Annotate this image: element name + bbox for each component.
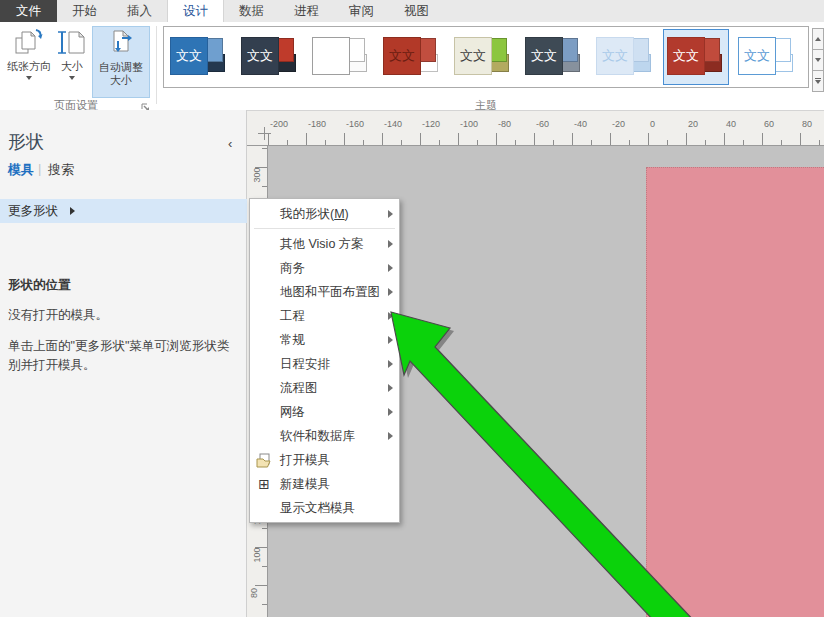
menu-item-label: 软件和数据库 — [280, 429, 355, 443]
ruler-label: 20 — [688, 119, 698, 129]
menu-item-label: 流程图 — [280, 381, 318, 395]
ribbon-tab-2[interactable]: 设计 — [167, 0, 224, 23]
ribbon-tab-0[interactable]: 开始 — [57, 0, 112, 22]
ribbon-tab-1[interactable]: 插入 — [112, 0, 167, 22]
shapes-location-title: 形状的位置 — [8, 277, 71, 294]
tab-search[interactable]: 搜索 — [48, 161, 74, 179]
ruler-label: -200 — [270, 119, 288, 129]
ruler-tick — [287, 140, 288, 145]
theme-sample-text: 文文 — [531, 47, 557, 65]
ribbon-tab-bar: 文件 开始插入设计数据进程审阅视图 — [0, 0, 824, 23]
ruler-label: 60 — [764, 119, 774, 129]
submenu-arrow-icon — [388, 288, 393, 296]
gallery-more-button[interactable] — [812, 70, 824, 92]
theme-thumbnail-8[interactable]: 文文 — [735, 30, 799, 84]
submenu-arrow-icon — [70, 207, 75, 215]
ruler-tick — [255, 585, 267, 586]
theme-sample-text: 文文 — [673, 47, 699, 65]
menu-item-6[interactable]: 日程安排 — [250, 352, 399, 376]
menu-item-label: 新建模具 — [280, 477, 330, 491]
ribbon-tab-3[interactable]: 数据 — [224, 0, 279, 22]
ribbon-tab-4[interactable]: 进程 — [279, 0, 334, 22]
theme-sample-text: 文文 — [744, 47, 770, 65]
submenu-arrow-icon — [388, 210, 393, 218]
submenu-arrow-icon — [388, 336, 393, 344]
theme-sample-text: 文文 — [176, 47, 202, 65]
menu-item-12[interactable]: 显示文档模具 — [250, 496, 399, 520]
ribbon-tab-6[interactable]: 视图 — [389, 0, 444, 22]
ruler-tick — [572, 133, 573, 145]
menu-item-11[interactable]: ⊞新建模具 — [250, 472, 399, 496]
ruler-label: -60 — [536, 119, 549, 129]
theme-thumbnail-5[interactable]: 文文 — [522, 30, 586, 84]
menu-item-label: 网络 — [280, 405, 305, 419]
ruler-tick — [667, 140, 668, 145]
ruler-tick — [262, 566, 267, 567]
paper-orientation-button[interactable]: 纸张方向 — [6, 26, 52, 98]
ruler-tick — [401, 140, 402, 145]
theme-thumbnail-2[interactable] — [309, 30, 373, 84]
ribbon-tab-label: 视图 — [404, 3, 429, 20]
ribbon-tab-label: 插入 — [127, 3, 152, 20]
theme-preview-square: 文文 — [383, 37, 421, 75]
ruler-tick — [325, 140, 326, 145]
ruler-tick — [515, 140, 516, 145]
ruler-tick — [439, 140, 440, 145]
file-tab[interactable]: 文件 — [0, 0, 57, 22]
menu-item-2[interactable]: 商务 — [250, 256, 399, 280]
theme-sample-text: 文文 — [602, 47, 628, 65]
menu-item-1[interactable]: 其他 Visio 方案 — [250, 232, 399, 256]
horizontal-ruler: -200-180-160-140-120-100-80-60-40-200204… — [247, 110, 824, 146]
ruler-label: 0 — [650, 119, 655, 129]
tab-stencils[interactable]: 模具 — [8, 161, 34, 179]
theme-thumbnail-6[interactable]: 文文 — [593, 30, 657, 84]
theme-thumbnail-3[interactable]: 文文 — [380, 30, 444, 84]
gallery-scroll-up-button[interactable] — [812, 28, 824, 50]
ruler-tick — [496, 133, 497, 145]
ruler-tick — [686, 133, 687, 145]
ruler-label: 300 — [252, 167, 262, 182]
menu-item-accelerator: M — [334, 207, 344, 221]
ruler-tick — [306, 133, 307, 145]
ruler-label: -180 — [308, 119, 326, 129]
menu-item-label: 打开模具 — [280, 453, 330, 467]
gallery-expand-icon — [815, 78, 821, 84]
menu-item-0[interactable]: 我的形状(M) — [250, 202, 399, 226]
gallery-scroll-down-button[interactable] — [812, 49, 824, 71]
chevron-down-icon — [69, 76, 75, 80]
ruler-label: -20 — [612, 119, 625, 129]
menu-item-5[interactable]: 常规 — [250, 328, 399, 352]
more-shapes-label: 更多形状 — [8, 203, 58, 220]
size-button[interactable]: 大小 — [55, 26, 89, 98]
submenu-arrow-icon — [388, 264, 393, 272]
menu-item-label: 工程 — [280, 309, 305, 323]
theme-preview-square: 文文 — [525, 37, 563, 75]
ruler-tick — [477, 140, 478, 145]
theme-thumbnail-0[interactable]: 文文 — [167, 30, 231, 84]
ruler-label: -140 — [384, 119, 402, 129]
submenu-arrow-icon — [388, 360, 393, 368]
triangle-down-icon — [815, 58, 821, 62]
more-shapes-item[interactable]: 更多形状 — [0, 199, 247, 223]
menu-item-label: 地图和平面布置图 — [280, 285, 380, 299]
menu-item-4[interactable]: 工程 — [250, 304, 399, 328]
ruler-label: -160 — [346, 119, 364, 129]
menu-item-8[interactable]: 网络 — [250, 400, 399, 424]
menu-item-label: 其他 Visio 方案 — [280, 237, 364, 251]
ribbon-group-separator — [156, 26, 157, 104]
collapse-panel-icon[interactable]: ‹ — [228, 136, 232, 151]
drawing-page[interactable] — [646, 167, 824, 617]
ribbon-tab-5[interactable]: 审阅 — [334, 0, 389, 22]
submenu-arrow-icon — [388, 408, 393, 416]
autofit-size-button[interactable]: 自动调整大小 — [92, 26, 150, 98]
menu-item-3[interactable]: 地图和平面布置图 — [250, 280, 399, 304]
ruler-tick — [553, 140, 554, 145]
ruler-tick — [262, 186, 267, 187]
theme-thumbnail-4[interactable]: 文文 — [451, 30, 515, 84]
menu-item-7[interactable]: 流程图 — [250, 376, 399, 400]
menu-item-9[interactable]: 软件和数据库 — [250, 424, 399, 448]
theme-thumbnail-7[interactable]: 文文 — [664, 30, 728, 84]
menu-item-10[interactable]: 打开模具 — [250, 448, 399, 472]
theme-thumbnail-1[interactable]: 文文 — [238, 30, 302, 84]
theme-sample-text: 文文 — [460, 47, 486, 65]
